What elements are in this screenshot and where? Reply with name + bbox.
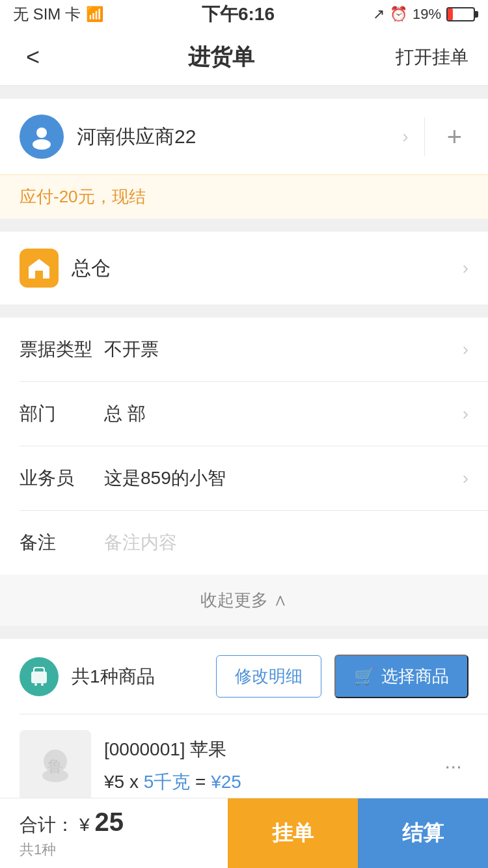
status-left: 无 SIM 卡 📶 <box>13 4 103 25</box>
staff-label: 业务员 <box>20 466 104 491</box>
battery-fill <box>448 8 453 20</box>
status-bar: 无 SIM 卡 📶 下午6:16 ↗ ⏰ 19% <box>0 0 488 29</box>
product-section: 共1种商品 修改明细 🛒 选择商品 鲁 [0000001] 苹果 ¥5 x 5千… <box>0 639 488 817</box>
separator-top <box>0 86 488 99</box>
separator-3 <box>0 626 488 639</box>
staff-chevron-icon: › <box>463 468 468 489</box>
location-icon: ↗ <box>373 6 385 23</box>
battery-icon <box>446 7 475 21</box>
remark-row[interactable]: 备注 备注内容 <box>0 511 488 575</box>
bottom-bar: 合计： ¥ 25 共1种 挂单 结算 <box>0 798 488 868</box>
separator-2 <box>0 305 488 318</box>
svg-point-1 <box>33 139 51 150</box>
warehouse-chevron-icon: › <box>463 258 468 278</box>
dept-row[interactable]: 部门 总 部 › <box>0 382 488 446</box>
product-info: [0000001] 苹果 ¥5 x 5千克 = ¥25 <box>104 737 425 794</box>
carrier-text: 无 SIM 卡 <box>13 4 81 25</box>
supplier-avatar <box>20 115 64 159</box>
svg-point-5 <box>34 683 37 686</box>
invoice-row[interactable]: 票据类型 不开票 › <box>0 318 488 381</box>
remark-input[interactable]: 备注内容 <box>104 530 468 555</box>
back-button[interactable]: < <box>20 37 46 77</box>
invoice-label: 票据类型 <box>20 337 104 362</box>
vertical-divider <box>424 117 425 156</box>
total-label-text: 合计： <box>20 813 74 837</box>
battery-percent: 19% <box>413 6 441 23</box>
product-count-label: 共1种商品 <box>72 664 203 689</box>
product-thumb-icon: 鲁 <box>33 743 78 789</box>
checkout-button[interactable]: 结算 <box>358 798 488 869</box>
alarm-icon: ⏰ <box>390 6 407 23</box>
invoice-value: 不开票 <box>104 337 463 362</box>
product-title: [0000001] 苹果 <box>104 737 425 762</box>
svg-point-0 <box>36 128 47 138</box>
staff-row[interactable]: 业务员 这是859的小智 › <box>0 446 488 510</box>
product-header: 共1种商品 修改明细 🛒 选择商品 <box>0 639 488 714</box>
product-name: 苹果 <box>190 739 226 759</box>
separator-1 <box>0 219 488 232</box>
svg-point-6 <box>41 683 44 686</box>
warehouse-card: 总仓 › <box>0 232 488 305</box>
status-time: 下午6:16 <box>202 2 275 27</box>
edit-detail-button[interactable]: 修改明细 <box>216 655 321 698</box>
add-supplier-button[interactable]: + <box>441 122 468 152</box>
dept-label: 部门 <box>20 401 104 426</box>
supplier-chevron-icon: › <box>402 126 408 147</box>
payment-info: 应付-20元，现结 <box>0 174 488 219</box>
total-symbol: ¥ <box>79 815 90 835</box>
remark-label: 备注 <box>20 530 104 555</box>
select-product-cart-icon: 🛒 <box>354 666 375 686</box>
status-right: ↗ ⏰ 19% <box>373 6 475 23</box>
form-card: 票据类型 不开票 › 部门 总 部 › 业务员 这是859的小智 › 备注 备注… <box>0 318 488 575</box>
warehouse-row[interactable]: 总仓 › <box>0 232 488 305</box>
product-thumbnail: 鲁 <box>20 730 91 802</box>
quantity-value: 5千克 <box>144 772 191 792</box>
dept-chevron-icon: › <box>463 403 468 424</box>
supplier-card: 河南供应商22 › + 应付-20元，现结 <box>0 99 488 219</box>
select-product-button[interactable]: 🛒 选择商品 <box>334 655 468 698</box>
open-hang-button[interactable]: 打开挂单 <box>396 45 468 70</box>
unit-price: ¥5 <box>104 772 124 792</box>
warehouse-icon <box>27 256 51 280</box>
dept-value: 总 部 <box>104 401 463 426</box>
wifi-icon: 📶 <box>86 6 103 23</box>
svg-text:鲁: 鲁 <box>47 757 63 775</box>
supplier-row[interactable]: 河南供应商22 › + <box>0 99 488 174</box>
product-code: [0000001] <box>104 739 185 759</box>
hang-button[interactable]: 挂单 <box>228 798 358 869</box>
person-icon <box>29 124 55 150</box>
svg-rect-4 <box>31 671 47 683</box>
invoice-chevron-icon: › <box>463 339 468 360</box>
cart-icon <box>27 665 51 688</box>
svg-rect-3 <box>35 271 43 278</box>
product-section-icon <box>20 657 59 696</box>
total-amount: 25 <box>95 807 124 837</box>
product-price: ¥5 x 5千克 = ¥25 <box>104 770 425 794</box>
total-label-row: 合计： ¥ 25 <box>20 807 208 837</box>
select-product-label: 选择商品 <box>381 665 449 688</box>
total-section: 合计： ¥ 25 共1种 <box>0 807 228 860</box>
total-sub-label: 共1种 <box>20 840 208 860</box>
warehouse-icon-wrap <box>20 249 59 288</box>
item-total: ¥25 <box>211 772 241 792</box>
staff-value: 这是859的小智 <box>104 466 463 491</box>
nav-bar: < 进货单 打开挂单 <box>0 29 488 86</box>
collapse-toggle[interactable]: 收起更多 ∧ <box>0 575 488 626</box>
supplier-name: 河南供应商22 <box>77 124 402 150</box>
page-title: 进货单 <box>188 42 254 72</box>
warehouse-name: 总仓 <box>72 255 463 282</box>
more-options-button[interactable]: ··· <box>438 748 468 785</box>
